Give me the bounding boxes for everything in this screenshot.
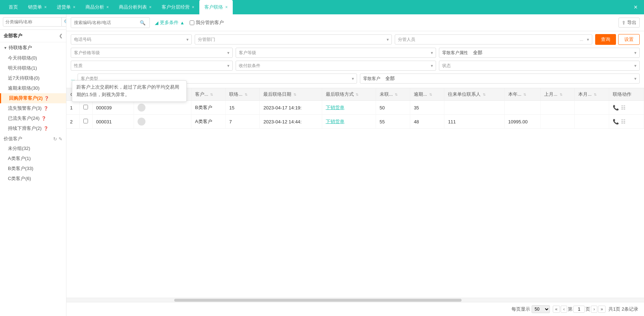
refresh-icon[interactable]: ↻ (53, 136, 57, 142)
filter-status-label: 状态 (442, 63, 451, 69)
row-checkbox-1[interactable] (83, 105, 88, 109)
sidebar-item-b[interactable]: B类客户(33) (0, 164, 66, 174)
close-customer-contact-icon[interactable]: × (225, 5, 228, 10)
sidebar-item-ungroup[interactable]: 未分组(32) (0, 143, 66, 154)
th-last-month[interactable]: 上月... ⇅ (541, 88, 575, 101)
edit-icon[interactable]: ✎ (59, 136, 62, 142)
filter-person[interactable]: 分管人员 ... ▼ (395, 34, 592, 44)
th-overdue[interactable]: 逾期... ⇅ (410, 88, 444, 101)
sort-last-month-icon: ⇅ (560, 93, 562, 96)
nav-tab-product-list-label: 商品分析列表 (119, 4, 147, 10)
decline-label: 持续下滑客户(2) (8, 126, 42, 131)
sidebar-item-week[interactable]: 近7天待联络(0) (0, 73, 66, 83)
th-this-month[interactable]: 本月... ⇅ (575, 88, 609, 101)
filter-nature-label: 性质 (74, 63, 83, 69)
close-purchase-icon[interactable]: × (73, 5, 75, 10)
td-last-method-2[interactable]: 下销货单 (322, 115, 376, 129)
sidebar-item-lost-pre[interactable]: 流失预警客户(3) ❓ (0, 103, 66, 113)
sidebar-collapse-icon[interactable]: ❮ (59, 33, 62, 38)
filter-nature[interactable]: 性质 ▼ (71, 61, 233, 71)
page-input[interactable] (573, 306, 585, 313)
sidebar-item-decline[interactable]: 持续下滑客户(2) ❓ (0, 123, 66, 133)
th-contact-person[interactable]: 往来单位联系人 ⇅ (444, 88, 504, 101)
close-product-list-icon[interactable]: × (149, 5, 152, 10)
pending-group[interactable]: ▼ 待联络客户 (0, 42, 66, 53)
row-checkbox-2[interactable] (83, 119, 88, 123)
sidebar-item-c[interactable]: C类客户(6) (0, 174, 66, 184)
row-last-date-1: 2023-04-17 14:19: (263, 105, 301, 110)
filter-phone[interactable]: 电话号码 ▼ (71, 34, 192, 44)
nav-tab-home-label: 首页 (9, 4, 18, 10)
set-button[interactable]: 设置 (618, 34, 640, 45)
action-contact-icon-1[interactable]: 📞 (613, 105, 619, 110)
nav-tab-customer-layer[interactable]: 客户分层经营 × (157, 0, 199, 14)
sidebar-search-button[interactable]: 🔍 (62, 17, 66, 27)
th-last-date[interactable]: 最后联络日期 ⇅ (260, 88, 322, 101)
action-contact-icon-2[interactable]: 📞 (613, 119, 619, 124)
window-close-icon[interactable]: × (631, 4, 640, 11)
row-last-method-1[interactable]: 下销货单 (326, 105, 344, 110)
row-this-year-2: 10995.00 (508, 119, 528, 124)
filter-retail-attr[interactable]: 零散客户属性 全部 ▼ (439, 48, 640, 58)
sidebar-item-lost[interactable]: 已流失客户(24) ❓ (0, 113, 66, 123)
sort-contact-icon: ⇅ (245, 93, 247, 96)
per-page-select[interactable]: 50 100 200 (532, 305, 550, 313)
my-customers-checkbox[interactable] (190, 20, 194, 25)
search-input[interactable] (71, 18, 138, 28)
sidebar-item-a[interactable]: A类客户(1) (0, 154, 66, 164)
action-more-icon-1[interactable]: ☷ (621, 105, 626, 110)
content-area: 🔍 ◢ 更多条件 ▲ 我分管的客户 ⇧ 导出 电话号码 (66, 14, 644, 316)
filter-customer-grade[interactable]: 客户等级 ▼ (236, 48, 436, 58)
filter-retail-customer[interactable]: 零散客户 全部 ▼ (360, 74, 640, 84)
more-conditions-button[interactable]: ◢ 更多条件 ▲ (153, 19, 187, 26)
horizontal-scrollbar[interactable] (66, 298, 644, 302)
nav-tab-home[interactable]: 首页 (4, 0, 23, 14)
th-last-method[interactable]: 最后联络方式 ⇅ (322, 88, 376, 101)
close-customer-layer-icon[interactable]: × (192, 5, 194, 10)
filter-price-grade[interactable]: 客户价格等级 ▼ (71, 48, 233, 58)
sidebar-item-repurchase-abnormal[interactable]: 回购异常客户(2) ❓ (0, 93, 66, 103)
row-ctype-1: B类客户 (195, 105, 212, 110)
prev-page-button[interactable]: ‹ (561, 306, 567, 313)
nav-tab-customer-contact[interactable]: 客户联络 × (199, 0, 233, 14)
nav-tab-product-list[interactable]: 商品分析列表 × (114, 0, 157, 14)
action-more-icon-2[interactable]: ☷ (621, 119, 626, 124)
filter-payment[interactable]: 收付款条件 ▼ (236, 61, 436, 71)
close-sales-icon[interactable]: × (44, 5, 47, 10)
nav-tab-sales[interactable]: 销货单 × (23, 0, 52, 14)
th-contact-count[interactable]: 联络... ⇅ (226, 88, 260, 101)
td-code-1[interactable]: 000039 (92, 101, 134, 115)
scrollbar-thumb[interactable] (174, 299, 462, 302)
td-name-2[interactable] (134, 115, 191, 129)
td-name-1[interactable] (134, 101, 191, 115)
sidebar-item-today[interactable]: 今天待联络(0) (0, 53, 66, 63)
last-page-button[interactable]: » (598, 306, 606, 313)
next-page-button[interactable]: › (591, 306, 597, 313)
query-button[interactable]: 查询 (595, 34, 616, 45)
chevron-phone-icon: ▼ (186, 38, 189, 42)
page-suffix: 页 (585, 306, 590, 312)
td-last-method-1[interactable]: 下销货单 (322, 101, 376, 115)
search-button[interactable]: 🔍 (138, 20, 148, 25)
th-customer-type[interactable]: 客户... ⇅ (191, 88, 225, 101)
first-page-button[interactable]: « (553, 306, 560, 313)
sidebar-item-tomorrow[interactable]: 明天待联络(1) (0, 63, 66, 73)
filter-status[interactable]: 状态 ▼ (439, 61, 640, 71)
lost-pre-info-icon: ❓ (43, 106, 48, 110)
row-last-method-2[interactable]: 下销货单 (326, 119, 344, 124)
th-this-year[interactable]: 本年... ⇅ (504, 88, 540, 101)
sidebar-item-overdue[interactable]: 逾期未联络(30) (0, 83, 66, 93)
td-last-date-2: 2023-04-12 14:44: (260, 115, 322, 129)
td-code-2[interactable]: 000031 (92, 115, 134, 129)
sidebar-item-week-label: 近7天待联络(0) (8, 75, 40, 81)
nav-tab-purchase[interactable]: 进货单 × (52, 0, 80, 14)
th-uncontacted[interactable]: 未联... ⇅ (376, 88, 410, 101)
chevron-up-icon: ▲ (180, 20, 185, 25)
export-button[interactable]: ⇧ 导出 (618, 18, 640, 28)
close-product-analysis-icon[interactable]: × (106, 5, 109, 10)
filter-dept[interactable]: 分管部门 ▼ (195, 34, 392, 44)
th-customer-type-label: 客户... (195, 91, 208, 97)
chevron-retail-customer-icon: ▼ (634, 77, 637, 81)
sidebar-search-input[interactable] (3, 17, 62, 27)
nav-tab-product-analysis[interactable]: 商品分析 × (80, 0, 114, 14)
